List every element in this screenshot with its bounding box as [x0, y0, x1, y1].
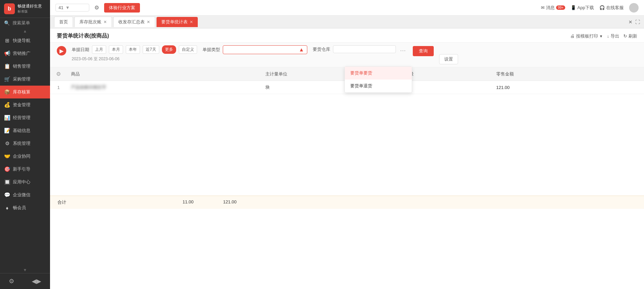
tab-close-all-btn[interactable]: ✕ — [628, 19, 633, 25]
type-dropdown-arrow[interactable]: ▲ — [299, 47, 304, 53]
print-template-btn[interactable]: 🖨 按模板打印 ▼ — [570, 33, 603, 39]
tab-receive-summary-label: 收发存汇总表 — [118, 19, 145, 25]
sidebar-item-label: 销售管理 — [13, 63, 30, 69]
store-name: 41 — [58, 5, 63, 10]
sidebar-nav: ⊞ 快捷导航 📢 营销推广 📋 销售管理 🛒 采购管理 📦 库存核算 💰 资金管… — [0, 34, 50, 267]
tab-order-stats-close[interactable]: ✕ — [190, 20, 193, 24]
settings-btn[interactable]: 设置 — [439, 54, 458, 64]
export-label: 导出 — [611, 33, 619, 39]
tabs-bar: 首页 库存批次账 ✕ 收发存汇总表 ✕ 要货单统计表 ✕ ✕ ⛶ — [50, 16, 644, 28]
sidebar-item-label: 采购管理 — [13, 76, 30, 82]
type-filter-input[interactable] — [226, 47, 299, 52]
sidebar-item-enterprise[interactable]: 🤝 企业协同 — [0, 150, 50, 163]
collapse-sidebar-btn[interactable]: ◀▶ — [29, 276, 44, 286]
last-7-days-btn[interactable]: 近7天 — [143, 45, 159, 54]
sidebar-item-inventory[interactable]: 📦 库存核算 — [0, 86, 50, 98]
header-settings-btn[interactable]: ⚙ — [92, 3, 101, 13]
table-footer: 合计 11.00 121.00 — [50, 196, 644, 209]
basics-icon: 📝 — [4, 128, 10, 134]
marketing-icon: 📢 — [4, 50, 10, 57]
search-icon: 🔍 — [4, 20, 10, 26]
sidebar-item-system[interactable]: ⚙ 系统管理 — [0, 137, 50, 150]
sidebar-item-vip[interactable]: ♦ 畅会员 — [0, 201, 50, 214]
this-month-btn[interactable]: 本月 — [109, 45, 123, 54]
sidebar-item-wechat[interactable]: 💬 企业微信 — [0, 188, 50, 201]
vip-icon: ♦ — [4, 205, 10, 211]
messages-label: 消息 — [546, 5, 555, 11]
col-settings[interactable]: ⚙ — [50, 67, 67, 81]
dropdown-item-yaohuo-yao[interactable]: 要货单要货 — [345, 67, 412, 80]
tab-inventory-batch[interactable]: 库存批次账 ✕ — [74, 17, 112, 27]
sidebar-item-finance[interactable]: 💰 资金管理 — [0, 98, 50, 111]
tab-receive-summary[interactable]: 收发存汇总表 ✕ — [113, 17, 155, 27]
sidebar-item-operations[interactable]: 📊 经营管理 — [0, 111, 50, 124]
sidebar-item-marketing[interactable]: 📢 营销推广 — [0, 47, 50, 60]
export-btn[interactable]: ↓ 导出 — [607, 33, 620, 39]
warehouse-filter-input[interactable] — [336, 47, 393, 52]
guide-icon: 🎯 — [4, 166, 10, 172]
enterprise-icon: 🤝 — [4, 153, 10, 159]
sidebar-item-basics[interactable]: 📝 基础信息 — [0, 124, 50, 137]
finance-icon: 💰 — [4, 102, 10, 108]
store-selector[interactable]: 41 ▼ — [55, 4, 89, 12]
sidebar-item-label: 企业协同 — [13, 153, 30, 159]
date-filter-label: 单据日期 — [72, 47, 89, 53]
app-download-btn[interactable]: 📱 App下载 — [571, 5, 594, 11]
sidebar-item-label: 企业微信 — [13, 192, 30, 198]
sidebar-item-label: 资金管理 — [13, 102, 30, 108]
sidebar-scroll-up[interactable]: ▲ — [0, 28, 50, 34]
sidebar-item-purchase[interactable]: 🛒 采购管理 — [0, 73, 50, 86]
inventory-icon: 📦 — [4, 89, 10, 95]
sidebar-scroll-down[interactable]: ▼ — [0, 267, 50, 273]
filter-bar: ▶ 单据日期 上月 本月 本年 近7天 更多 自定义 2023-05-06 至 … — [50, 42, 644, 67]
footer-total-text: 合计 — [57, 200, 66, 205]
app-download-label: App下载 — [577, 5, 594, 11]
tab-order-stats[interactable]: 要货单统计表 ✕ — [157, 17, 198, 27]
dropdown-item-yaohuo-tui[interactable]: 要货单退货 — [345, 80, 412, 92]
sidebar-item-label: 系统管理 — [13, 140, 30, 147]
table-spacer — [50, 94, 644, 196]
row-amount: 121.00 — [492, 81, 607, 94]
search-menu[interactable]: 🔍 搜索菜单 — [0, 18, 50, 28]
more-dates-btn[interactable]: 更多 — [162, 45, 176, 54]
filter-toggle-btn[interactable]: ▶ — [57, 46, 66, 55]
custom-date-btn[interactable]: 自定义 — [179, 45, 197, 54]
settings-bottom-btn[interactable]: ⚙ — [6, 276, 17, 286]
last-month-btn[interactable]: 上月 — [92, 45, 106, 54]
print-icon: 🖨 — [570, 34, 575, 39]
messages-btn[interactable]: ✉ 消息 99+ — [541, 5, 565, 11]
export-icon: ↓ — [607, 34, 610, 39]
online-service-btn[interactable]: 🎧 在线客服 — [599, 5, 624, 11]
sidebar-item-label: 快捷导航 — [13, 38, 30, 44]
tab-receive-summary-close[interactable]: ✕ — [147, 20, 150, 24]
sidebar-item-quick-nav[interactable]: ⊞ 快捷导航 — [0, 34, 50, 47]
sidebar-item-sales[interactable]: 📋 销售管理 — [0, 60, 50, 73]
this-year-btn[interactable]: 本年 — [126, 45, 140, 54]
sidebar-item-guide[interactable]: 🎯 新手引导 — [0, 163, 50, 176]
sidebar-item-apps[interactable]: 🔲 应用中心 — [0, 176, 50, 188]
tab-expand-btn[interactable]: ⛶ — [635, 19, 640, 25]
tab-home[interactable]: 首页 — [54, 17, 73, 27]
type-filter-label: 单据类型 — [202, 47, 220, 53]
store-dropdown-arrow: ▼ — [65, 5, 70, 10]
type-filter-input-wrapper[interactable]: ▲ — [223, 45, 307, 54]
app-subtitle: 标准版 — [18, 9, 42, 14]
user-avatar[interactable] — [629, 3, 639, 13]
query-btn[interactable]: 查询 — [413, 46, 434, 56]
purchase-icon: 🛒 — [4, 76, 10, 82]
sales-icon: 📋 — [4, 63, 10, 69]
quick-nav-icon: ⊞ — [4, 38, 10, 44]
tab-order-stats-label: 要货单统计表 — [161, 19, 188, 25]
date-filter-section: 单据日期 上月 本月 本年 近7天 更多 自定义 2023-05-06 至 20… — [72, 45, 197, 62]
refresh-btn[interactable]: ↻ 刷新 — [623, 33, 637, 39]
footer-unit-spacer — [135, 199, 183, 205]
refresh-icon: ↻ — [623, 34, 627, 39]
tab-inventory-batch-close[interactable]: ✕ — [103, 20, 107, 24]
type-filter-section: 单据类型 ▲ 要货单要货 要货单退货 — [202, 45, 307, 54]
headset-icon: 🎧 — [599, 5, 605, 10]
trial-industry-btn[interactable]: 体验行业方案 — [104, 3, 140, 13]
footer-amount: 121.00 — [223, 199, 264, 205]
warehouse-more-btn[interactable]: … — [399, 46, 407, 53]
page-actions: 🖨 按模板打印 ▼ ↓ 导出 ↻ 刷新 — [570, 33, 637, 39]
warehouse-filter-input-wrapper[interactable] — [333, 45, 396, 53]
